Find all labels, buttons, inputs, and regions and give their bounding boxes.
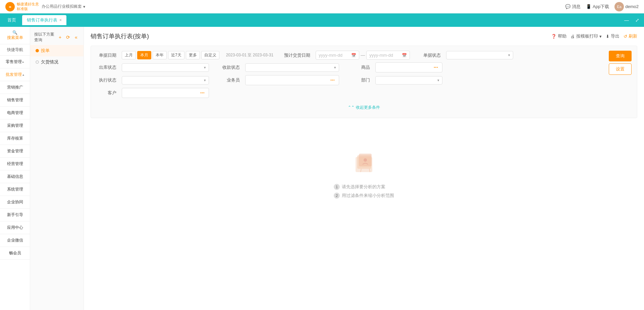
messages-button[interactable]: 💬 消息 [565, 4, 581, 10]
main-content: 销售订单执行表(按单) ❓ 帮助 🖨 按模板打印 ▾ ⬇ 导出 [84, 27, 644, 310]
sidebar-item-apps[interactable]: 应用中心 [0, 221, 30, 234]
date-btn-last-month[interactable]: 上月 [122, 51, 136, 59]
date-btn-this-year[interactable]: 本年 [153, 51, 167, 59]
sidebar-item-retail[interactable]: 零售管理 ▸ [0, 56, 30, 68]
payment-status-arrow: ▾ [334, 65, 336, 70]
logo-text: 畅捷通好生意 标准版 [17, 2, 39, 11]
help-icon: ❓ [551, 34, 556, 39]
left-panel-actions: + ⟳ « [57, 34, 79, 41]
sidebar-item-basic-info[interactable]: 基础信息 [0, 170, 30, 183]
export-icon: ⬇ [606, 34, 609, 39]
help-button[interactable]: ❓ 帮助 [551, 33, 567, 39]
action-buttons: 查询 设置 [609, 51, 632, 75]
breadcrumb[interactable]: 办公用品行业模拟账套 ▾ [42, 4, 85, 9]
expected-date-start[interactable]: yyyy-mm-dd 📅 [316, 51, 359, 60]
salesperson-picker-icon[interactable]: ··· [329, 77, 336, 83]
sidebar-item-enterprise[interactable]: 企业协同 [0, 196, 30, 209]
sidebar-item-finance[interactable]: 资金管理 [0, 145, 30, 158]
sidebar-item-ecommerce[interactable]: 电商管理 [0, 107, 30, 119]
sidebar-item-purchase[interactable]: 采购管理 [0, 119, 30, 132]
active-scheme-dot [36, 49, 39, 52]
date-btn-more[interactable]: 更多 [186, 51, 200, 59]
exec-status-select[interactable]: ▾ [122, 76, 209, 85]
customer-picker-icon[interactable]: ··· [199, 90, 206, 96]
product-label: 商品 [350, 64, 370, 70]
refresh-icon: ↺ [624, 34, 627, 39]
breadcrumb-dropdown-icon[interactable]: ▾ [83, 4, 85, 9]
sidebar-search[interactable]: 🔍 搜索菜单 [0, 27, 30, 44]
chevron-up-icon: ▴ [22, 73, 24, 76]
add-scheme-button[interactable]: + [57, 34, 63, 41]
ship-status-select[interactable]: ▾ [122, 63, 209, 72]
filter-row-2: 出库状态 ▾ 收款状态 ▾ 商品 [96, 62, 603, 72]
refresh-button[interactable]: ↺ 刷新 [624, 33, 637, 39]
date-range-text: 2023-03-01 至 2023-03-31 [226, 52, 273, 58]
content-area: 按以下方案查询 + ⟳ « 按单 欠 [30, 27, 644, 310]
download-icon: 📱 [586, 4, 591, 9]
empty-hint-2: 2 用过滤条件来缩小分析范围 [334, 193, 394, 199]
ship-status-arrow: ▾ [204, 65, 206, 70]
query-button[interactable]: 查询 [609, 51, 632, 61]
filter-row-1: 单据日期 上月 本月 本年 近7天 更多 自定义 2023-03-01 至 20… [96, 51, 603, 60]
sidebar-item-marketing[interactable]: 营销推广 [0, 81, 30, 94]
refresh-scheme-button[interactable]: ⟳ [65, 34, 71, 41]
sidebar-item-wechat[interactable]: 企业微信 [0, 234, 30, 247]
avatar: Ea [614, 2, 624, 11]
salesperson-label: 业务员 [220, 77, 240, 83]
date-btn-this-month[interactable]: 本月 [137, 51, 151, 59]
sidebar-item-wholesale[interactable]: 批发管理 ▴ [0, 68, 30, 81]
payment-status-select[interactable]: ▾ [245, 63, 339, 72]
dept-select[interactable]: ▾ [375, 76, 442, 85]
app-download-button[interactable]: 📱 App下载 [586, 4, 609, 10]
tab-bar-right: — ⤢ [623, 16, 641, 24]
ship-status-label: 出库状态 [96, 64, 116, 70]
print-button[interactable]: 🖨 按模板打印 ▾ [571, 33, 602, 39]
date-btn-custom[interactable]: 自定义 [201, 51, 219, 59]
sidebar-item-members[interactable]: 畅会员 [0, 247, 30, 260]
tab-home[interactable]: 首页 [3, 15, 21, 25]
tab-sales-order[interactable]: 销售订单执行表 × [22, 15, 66, 25]
tab-bar: 首页 销售订单执行表 × — ⤢ [0, 13, 644, 27]
scheme-item-shortage[interactable]: 欠货情况 [30, 56, 84, 68]
tab-close-icon[interactable]: × [59, 18, 62, 22]
exec-status-label: 执行状态 [96, 77, 116, 83]
date-field-label: 单据日期 [96, 52, 116, 58]
dept-label: 部门 [350, 77, 370, 83]
customer-label: 客户 [96, 90, 116, 96]
sidebar-shortcut[interactable]: 快捷导航 [0, 44, 30, 56]
collapse-icon: ⌃⌃ [348, 105, 356, 110]
page-actions: ❓ 帮助 🖨 按模板打印 ▾ ⬇ 导出 ↺ 刷新 [551, 33, 637, 39]
sidebar-item-guide[interactable]: 新手引导 [0, 209, 30, 221]
calendar-start-icon: 📅 [351, 53, 356, 58]
product-picker-icon[interactable]: ··· [432, 64, 439, 70]
status-select[interactable]: ▾ [446, 51, 513, 59]
empty-state: 1 请先选择要分析的方案 2 用过滤条件来缩小分析范围 [91, 123, 637, 225]
minimize-button[interactable]: — [623, 16, 631, 24]
page-title: 销售订单执行表(按单) [91, 32, 149, 40]
filter-row-3: 执行状态 ▾ 业务员 ··· 部门 [96, 75, 603, 85]
collapse-row[interactable]: ⌃⌃ 收起更多条件 [96, 102, 632, 113]
expected-date-label: 预计交货日期 [284, 52, 310, 58]
scheme-item-by-order[interactable]: 按单 [30, 45, 84, 56]
logo-area[interactable]: 畅捷通好生意 标准版 [5, 2, 39, 11]
setup-button[interactable]: 设置 [609, 63, 632, 75]
expand-button[interactable]: ⤢ [633, 16, 641, 24]
status-select-arrow: ▾ [508, 53, 510, 57]
sidebar-item-inventory[interactable]: 库存核算 [0, 132, 30, 145]
expected-date-range: yyyy-mm-dd 📅 — yyyy-mm-dd 📅 [316, 51, 410, 60]
sidebar: 🔍 搜索菜单 快捷导航 零售管理 ▸ 批发管理 ▴ 营销推广 销售管理 电商管理… [0, 27, 30, 310]
expected-date-end[interactable]: yyyy-mm-dd 📅 [366, 51, 410, 60]
collapse-panel-button[interactable]: « [73, 34, 79, 41]
filter-area: 单据日期 上月 本月 本年 近7天 更多 自定义 2023-03-01 至 20… [91, 46, 637, 118]
print-dropdown-icon: ▾ [599, 34, 602, 39]
exec-status-arrow: ▾ [204, 78, 206, 83]
sidebar-item-system[interactable]: 系统管理 [0, 183, 30, 196]
user-menu[interactable]: Ea demo2 [614, 2, 639, 11]
sidebar-item-operations[interactable]: 经营管理 [0, 158, 30, 170]
date-btn-7days[interactable]: 近7天 [168, 51, 184, 59]
export-button[interactable]: ⬇ 导出 [606, 33, 620, 39]
top-bar-left: 畅捷通好生意 标准版 办公用品行业模拟账套 ▾ [5, 2, 85, 11]
message-icon: 💬 [565, 4, 571, 9]
sidebar-item-sales[interactable]: 销售管理 [0, 94, 30, 107]
filter-row-4: 客户 ··· [96, 88, 603, 98]
